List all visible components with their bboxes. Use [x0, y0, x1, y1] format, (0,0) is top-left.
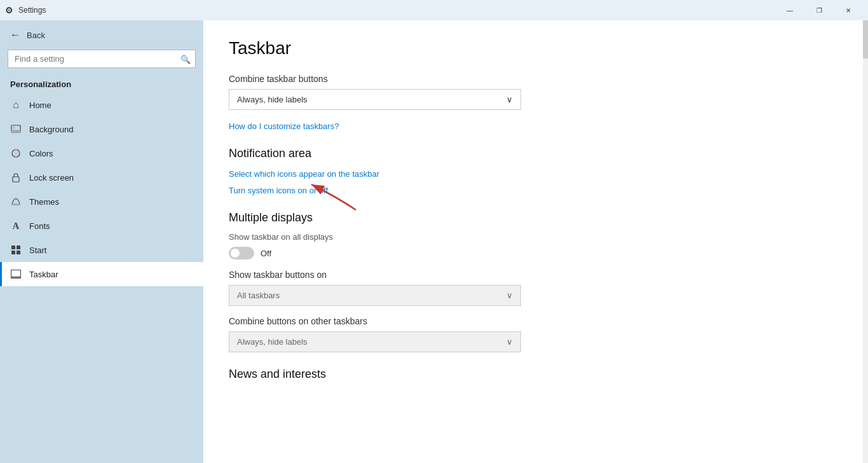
sidebar-item-label-start: Start: [29, 245, 46, 255]
combine-taskbar-dropdown[interactable]: Always, hide labels ∨: [229, 89, 521, 110]
sidebar-section-title: Personalization: [0, 73, 203, 93]
search-container: 🔍: [8, 50, 196, 68]
content-inner: Taskbar Combine taskbar buttons Always, …: [229, 38, 837, 381]
sidebar-item-home[interactable]: ⌂ Home: [0, 93, 203, 117]
title-bar-controls: — ❐ ✕: [775, 0, 863, 20]
title-bar-left: ⚙ Settings: [5, 5, 46, 15]
sidebar-item-lock-screen[interactable]: Lock screen: [0, 165, 203, 190]
sidebar-item-fonts[interactable]: A Fonts: [0, 214, 203, 238]
sidebar-item-label-colors: Colors: [29, 149, 53, 158]
combine-buttons-dropdown[interactable]: Always, hide labels ∨: [229, 331, 521, 352]
combine-taskbar-value: Always, hide labels: [237, 95, 308, 104]
notification-area-heading: Notification area: [229, 147, 837, 160]
customize-link[interactable]: How do I customize taskbars?: [229, 121, 339, 131]
dropdown-chevron-icon-2: ∨: [506, 291, 513, 300]
show-taskbar-buttons-value: All taskbars: [237, 291, 280, 300]
lock-icon: [10, 172, 22, 183]
scrollbar-thumb[interactable]: [863, 20, 868, 59]
show-taskbar-buttons-label: Show taskbar buttons on: [229, 270, 837, 280]
background-icon: [10, 123, 22, 135]
sidebar-item-colors[interactable]: Colors: [0, 141, 203, 165]
svg-rect-11: [11, 277, 21, 279]
themes-icon: [10, 196, 22, 207]
colors-icon: [10, 148, 22, 159]
minimize-button[interactable]: —: [775, 0, 804, 20]
dropdown-chevron-icon-3: ∨: [506, 337, 513, 347]
system-icons-link[interactable]: Turn system icons on or off: [229, 186, 328, 195]
svg-rect-1: [11, 130, 20, 132]
svg-rect-7: [17, 245, 20, 249]
svg-rect-4: [13, 177, 19, 182]
sidebar-item-taskbar[interactable]: Taskbar: [0, 262, 203, 286]
toggle-off-label: Off: [261, 249, 271, 258]
sidebar-item-label-background: Background: [29, 125, 73, 134]
notification-icons-link[interactable]: Select which icons appear on the taskbar: [229, 169, 379, 179]
svg-rect-9: [17, 251, 20, 254]
combine-taskbar-label: Combine taskbar buttons: [229, 74, 837, 84]
title-bar: ⚙ Settings — ❐ ✕: [0, 0, 868, 20]
settings-icon: ⚙: [5, 5, 13, 15]
taskbar-icon: [10, 268, 22, 280]
close-button[interactable]: ✕: [834, 0, 863, 20]
sidebar-item-label-taskbar: Taskbar: [29, 270, 58, 279]
sidebar-item-label-themes: Themes: [29, 197, 59, 207]
system-icons-container: Turn system icons on or off: [229, 184, 328, 196]
fonts-icon: A: [10, 220, 22, 232]
content-area: Taskbar Combine taskbar buttons Always, …: [203, 20, 863, 463]
app-body: ← Back 🔍 Personalization ⌂ Home Backgrou…: [0, 20, 868, 463]
start-icon: [10, 244, 22, 256]
svg-rect-8: [11, 251, 15, 254]
sidebar-item-themes[interactable]: Themes: [0, 190, 203, 214]
show-taskbar-toggle-row: Off: [229, 247, 837, 259]
title-bar-title: Settings: [18, 6, 46, 15]
show-taskbar-label: Show taskbar on all displays: [229, 232, 837, 242]
dropdown-chevron-icon: ∨: [506, 95, 513, 104]
toggle-knob: [231, 249, 240, 258]
home-icon: ⌂: [10, 99, 22, 111]
combine-buttons-label: Combine buttons on other taskbars: [229, 316, 837, 326]
svg-rect-5: [11, 204, 20, 205]
search-input[interactable]: [8, 50, 196, 68]
news-interests-heading: News and interests: [229, 368, 837, 381]
sidebar-item-label-lock-screen: Lock screen: [29, 173, 74, 183]
multiple-displays-heading: Multiple displays: [229, 211, 837, 225]
maximize-button[interactable]: ❐: [804, 0, 834, 20]
sidebar-item-background[interactable]: Background: [0, 117, 203, 141]
page-title: Taskbar: [229, 38, 837, 59]
svg-point-2: [13, 127, 15, 129]
sidebar: ← Back 🔍 Personalization ⌂ Home Backgrou…: [0, 20, 203, 463]
sidebar-item-label-fonts: Fonts: [29, 221, 50, 231]
sidebar-item-label-home: Home: [29, 100, 51, 110]
back-icon: ←: [10, 29, 20, 41]
show-taskbar-toggle[interactable]: [229, 247, 254, 259]
show-taskbar-buttons-dropdown[interactable]: All taskbars ∨: [229, 285, 521, 306]
back-label: Back: [27, 31, 45, 40]
sidebar-item-start[interactable]: Start: [0, 238, 203, 262]
combine-buttons-value: Always, hide labels: [237, 337, 308, 347]
scrollbar-track: [863, 20, 868, 463]
svg-rect-6: [11, 245, 15, 249]
back-button[interactable]: ← Back: [0, 20, 203, 50]
